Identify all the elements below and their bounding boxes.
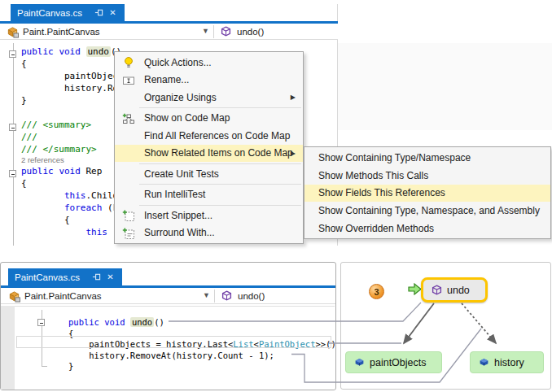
menu-item-show-methods-this-calls[interactable]: Show Methods This Calls <box>304 167 550 185</box>
close-icon[interactable]: ✕ <box>107 7 118 18</box>
member-name: undo() <box>237 27 264 37</box>
context-menu: Quick Actions...Rename...Organize Usings… <box>114 51 304 244</box>
node-label: paintObjects <box>370 357 426 368</box>
code-line: } <box>15 361 335 372</box>
map-node-history[interactable]: history <box>470 351 544 373</box>
code-map-submenu: Show Containing Type/NamespaceShow Metho… <box>304 146 551 239</box>
fold-marker[interactable] <box>9 124 16 131</box>
menu-item-show-overridden-methods[interactable]: Show Overridden Methods <box>304 220 550 237</box>
chevron-down-icon[interactable]: ▼ <box>202 27 209 35</box>
menu-item-find-all-references-on-code-map[interactable]: Find All References on Code Map <box>115 127 303 145</box>
fold-marker[interactable] <box>9 170 16 177</box>
submenu-arrow-icon: ▶ <box>291 150 296 157</box>
menu-item-label: Show Related Items on Code Map <box>144 147 293 159</box>
editor-window-bottom: PaintCanvas.cs ✕ Paint.PaintCanvas ▼ und… <box>0 262 336 390</box>
fold-marker[interactable] <box>9 50 16 58</box>
member-dropdown[interactable]: undo() <box>221 24 264 40</box>
menu-separator <box>139 205 301 206</box>
navigation-bar: Paint.PaintCanvas ▼ undo() <box>0 24 338 40</box>
member-dropdown[interactable]: undo() <box>221 288 265 304</box>
background-ghost-panel <box>308 43 552 130</box>
menu-item-run-intellitest[interactable]: Run IntelliTest <box>115 186 303 204</box>
type-name: Paint.PaintCanvas <box>24 291 102 301</box>
close-icon[interactable]: ✕ <box>105 272 116 282</box>
menu-item-show-on-code-map[interactable]: Show on Code Map <box>115 110 303 128</box>
class-icon <box>7 26 19 38</box>
menu-item-label: Show Overridden Methods <box>318 223 434 234</box>
menu-separator <box>139 163 301 164</box>
menu-item-label: Show Fields This References <box>318 187 445 198</box>
menu-item-show-related-items-on-code-map[interactable]: Show Related Items on Code Map▶ <box>115 145 303 163</box>
menu-separator <box>139 184 301 185</box>
type-name: Paint.PaintCanvas <box>23 27 100 37</box>
menu-item-label: Create Unit Tests <box>144 168 219 180</box>
type-dropdown[interactable]: Paint.PaintCanvas <box>7 24 100 40</box>
editor-margin <box>1 306 15 390</box>
type-dropdown[interactable]: Paint.PaintCanvas <box>8 288 102 304</box>
map-node-undo[interactable]: undo <box>421 277 488 303</box>
menu-item-rename[interactable]: Rename... <box>115 72 303 89</box>
fold-marker[interactable] <box>37 319 45 326</box>
screenshot-canvas: PaintCanvas.cs ✕ Paint.PaintCanvas ▼ und… <box>0 0 552 392</box>
navbar-divider <box>214 290 215 303</box>
menu-item-create-unit-tests[interactable]: Create Unit Tests <box>115 165 303 183</box>
codemap-icon <box>122 112 135 125</box>
map-node-paintobjects[interactable]: paintObjects <box>345 351 442 373</box>
code-line: history.RemoveAt(history.Count - 1); <box>15 351 335 362</box>
menu-item-organize-usings[interactable]: Organize Usings▶ <box>115 89 303 107</box>
submenu-arrow-icon: ▶ <box>291 94 296 101</box>
pin-icon[interactable] <box>91 272 102 282</box>
menu-item-label: Insert Snippet... <box>144 210 212 221</box>
member-name: undo() <box>238 291 265 301</box>
snippet-icon <box>122 209 135 222</box>
menu-item-label: Quick Actions... <box>144 57 212 68</box>
step-badge: 3 <box>369 284 384 299</box>
menu-item-label: Show Containing Type, Namespace, and Ass… <box>318 205 540 216</box>
navbar-divider <box>213 25 214 38</box>
document-tab[interactable]: PaintCanvas.cs ✕ <box>11 4 125 21</box>
document-tab[interactable]: PaintCanvas.cs ✕ <box>8 268 122 285</box>
method-icon <box>432 285 442 295</box>
menu-item-show-containing-type-namespace[interactable]: Show Containing Type/Namespace <box>304 149 550 167</box>
method-icon <box>221 290 234 303</box>
fold-guide-line <box>13 43 14 246</box>
menu-item-show-fields-this-references[interactable]: Show Fields This References <box>304 185 550 203</box>
menu-separator <box>139 107 301 108</box>
menu-item-insert-snippet[interactable]: Insert Snippet... <box>115 207 303 224</box>
menu-item-label: Rename... <box>144 74 189 85</box>
code-line: public void undo() <box>15 317 335 329</box>
menu-item-label: Show Methods This Calls <box>318 170 428 181</box>
menu-item-label: Surround With... <box>144 227 215 238</box>
menu-item-label: Show on Code Map <box>144 112 230 124</box>
menu-item-quick-actions[interactable]: Quick Actions... <box>115 54 303 72</box>
menu-item-show-containing-type-namespace-and-assembly[interactable]: Show Containing Type, Namespace, and Ass… <box>304 202 550 220</box>
lightbulb-icon <box>122 56 135 69</box>
field-icon <box>354 357 365 368</box>
chevron-down-icon[interactable]: ▼ <box>203 291 210 299</box>
menu-separator <box>139 243 301 244</box>
node-label: history <box>494 357 524 368</box>
class-icon <box>8 290 20 303</box>
surround-icon <box>122 227 135 240</box>
current-line-highlight <box>16 336 331 348</box>
tab-title: PaintCanvas.cs <box>15 272 80 282</box>
method-icon <box>221 26 233 38</box>
menu-item-label: Run IntelliTest <box>144 189 205 200</box>
field-icon <box>479 357 489 368</box>
node-label: undo <box>447 285 470 296</box>
menu-item-label: Find All References on Code Map <box>144 130 290 142</box>
menu-item-label: Organize Usings <box>144 92 217 103</box>
menu-item-surround-with[interactable]: Surround With... <box>115 224 303 242</box>
rename-icon <box>122 74 135 87</box>
pin-icon[interactable] <box>94 7 104 18</box>
menu-item-label: Show Containing Type/Namespace <box>318 152 471 163</box>
tab-title: PaintCanvas.cs <box>17 8 82 18</box>
navigation-bar: Paint.PaintCanvas ▼ undo() <box>1 288 335 304</box>
fold-end-tick <box>42 366 47 367</box>
